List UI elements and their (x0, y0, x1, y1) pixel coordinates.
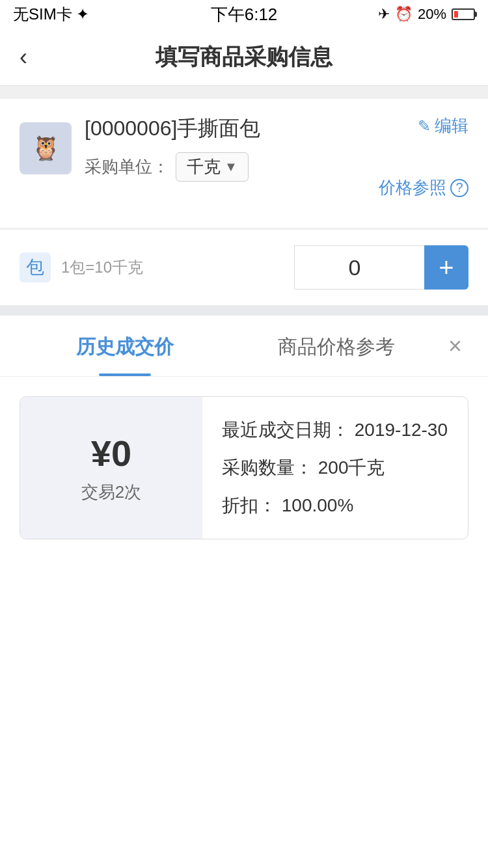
tab-section: 历史成交价 商品价格参考 × ¥0 交易2次 最近成交日期： 2019-12-3… (0, 316, 488, 559)
product-info: [0000006]手撕面包 采购单位： 千克 ▼ (85, 115, 260, 182)
quantity-row: 包 1包=10千克 + (0, 230, 488, 305)
page-title: 填写商品采购信息 (156, 42, 332, 72)
tab-price-ref[interactable]: 商品价格参考 (230, 316, 441, 376)
recent-date-row: 最近成交日期： 2019-12-30 (222, 416, 448, 444)
purchase-qty-label: 采购数量： (222, 457, 313, 478)
alarm-icon: ⏰ (395, 6, 413, 23)
tab1-label: 历史成交价 (76, 336, 174, 357)
dropdown-arrow-icon: ▼ (224, 159, 237, 174)
product-image: 🦉 (20, 122, 72, 174)
quantity-input-group: + (294, 245, 468, 290)
unit-label: 采购单位： (85, 156, 169, 178)
battery-indicator (452, 8, 475, 20)
battery-percent: 20% (418, 6, 446, 23)
product-name: [0000006]手撕面包 (85, 115, 260, 143)
tab2-label: 商品价格参考 (278, 336, 395, 357)
gray-separator (0, 305, 488, 316)
status-left: 无SIM卡 ✦ (13, 4, 89, 25)
price-card: ¥0 交易2次 最近成交日期： 2019-12-30 采购数量： 200千克 折… (20, 396, 468, 539)
tab-history-price[interactable]: 历史成交价 (20, 316, 230, 376)
edit-button[interactable]: ✎ 编辑 (418, 115, 468, 137)
status-right: ✈ ⏰ 20% (378, 6, 475, 23)
quantity-input[interactable] (294, 245, 424, 290)
discount-label: 折扣： (222, 495, 277, 515)
pkg-icon: 包 (20, 252, 51, 282)
price-transactions: 交易2次 (81, 481, 141, 504)
price-ref-button[interactable]: 价格参照 ? (379, 176, 468, 199)
discount-row: 折扣： 100.00% (222, 492, 448, 519)
tabs-row: 历史成交价 商品价格参考 × (0, 316, 488, 377)
unit-dropdown[interactable]: 千克 ▼ (176, 152, 249, 182)
quantity-label-group: 包 1包=10千克 (20, 252, 294, 282)
price-amount: ¥0 (91, 432, 131, 474)
purchase-qty-row: 采购数量： 200千克 (222, 454, 448, 481)
plus-button[interactable]: + (424, 245, 468, 290)
product-card: 🦉 [0000006]手撕面包 采购单位： 千克 ▼ ✎ 编辑 价格参照 (0, 99, 488, 228)
edit-icon: ✎ (418, 117, 431, 135)
location-icon: ✈ (378, 6, 390, 23)
price-ref-label: 价格参照 (379, 176, 446, 199)
status-bar: 无SIM卡 ✦ 下午6:12 ✈ ⏰ 20% (0, 0, 488, 29)
price-ref-icon: ? (450, 179, 468, 197)
quantity-section: 包 1包=10千克 + (0, 229, 488, 305)
tab-close-button[interactable]: × (442, 328, 468, 364)
white-area (0, 559, 488, 868)
back-button[interactable]: ‹ (20, 37, 34, 77)
product-left: 🦉 [0000006]手撕面包 采购单位： 千克 ▼ (20, 115, 260, 182)
carrier-text: 无SIM卡 ✦ (13, 4, 89, 25)
nav-bar: ‹ 填写商品采购信息 (0, 29, 488, 86)
tab-content: ¥0 交易2次 最近成交日期： 2019-12-30 采购数量： 200千克 折… (0, 377, 488, 559)
recent-date-value: 2019-12-30 (355, 420, 448, 440)
price-card-left: ¥0 交易2次 (20, 397, 202, 539)
product-logo: 🦉 (31, 135, 61, 162)
product-unit-row: 采购单位： 千克 ▼ (85, 152, 260, 182)
price-card-right: 最近成交日期： 2019-12-30 采购数量： 200千克 折扣： 100.0… (202, 397, 468, 539)
edit-label: 编辑 (435, 115, 468, 137)
product-header: 🦉 [0000006]手撕面包 采购单位： 千克 ▼ ✎ 编辑 价格参照 (20, 115, 468, 199)
recent-date-label: 最近成交日期： (222, 420, 349, 440)
unit-value: 千克 (187, 156, 221, 178)
discount-value: 100.00% (282, 495, 354, 515)
purchase-qty-value: 200千克 (318, 457, 385, 478)
pkg-conversion: 1包=10千克 (61, 257, 143, 278)
status-time: 下午6:12 (211, 3, 278, 26)
